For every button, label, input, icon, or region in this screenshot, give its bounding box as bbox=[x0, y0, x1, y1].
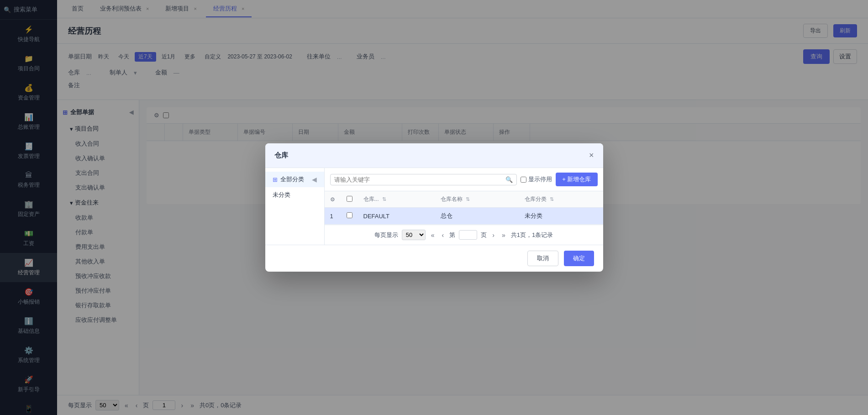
modal-toolbar: 🔍 显示停用 + 新增仓库 bbox=[325, 168, 603, 191]
sort-icon-category: ⇅ bbox=[550, 196, 554, 202]
modal-col-name[interactable]: 仓库名称 ⇅ bbox=[435, 191, 519, 208]
modal-col-code[interactable]: 仓库... ⇅ bbox=[358, 191, 436, 208]
modal-table-row[interactable]: 1 DEFAULT 总仓 未分类 bbox=[325, 208, 603, 225]
row-check[interactable] bbox=[347, 212, 352, 218]
modal-page-input[interactable]: 1 bbox=[459, 230, 477, 240]
modal-code-label: 仓库... bbox=[363, 196, 379, 202]
modal-search-input[interactable] bbox=[334, 176, 504, 183]
modal-first-btn[interactable]: « bbox=[429, 231, 437, 240]
modal-col-checkbox bbox=[341, 191, 358, 208]
modal-prev-btn[interactable]: ‹ bbox=[440, 231, 446, 240]
show-disabled-label: 显示停用 bbox=[521, 175, 552, 184]
modal-pagination: 每页显示 50 100 « ‹ 第 1 页 › » 共1页，1条记录 bbox=[325, 225, 603, 245]
modal-select-all[interactable] bbox=[347, 196, 352, 202]
sort-icon-code: ⇅ bbox=[382, 196, 386, 202]
row-checkbox[interactable] bbox=[341, 208, 358, 225]
row-settings: 1 bbox=[325, 208, 341, 225]
row-category: 未分类 bbox=[519, 208, 603, 225]
modal-per-page-label: 每页显示 bbox=[374, 231, 398, 239]
modal-category-label: 仓库分类 bbox=[525, 196, 547, 202]
modal-left-panel: ⊞ 全部分类 ◀ 未分类 bbox=[265, 168, 325, 245]
grid-icon2: ⊞ bbox=[273, 176, 278, 183]
uncategorized-label: 未分类 bbox=[273, 191, 290, 199]
all-category-label: 全部分类 bbox=[280, 175, 304, 184]
modal-name-label: 仓库名称 bbox=[441, 196, 463, 202]
modal-col-category[interactable]: 仓库分类 ⇅ bbox=[519, 191, 603, 208]
modal-total-text: 共1页，1条记录 bbox=[511, 231, 553, 239]
warehouse-modal: 仓库 × ⊞ 全部分类 ◀ 未分类 bbox=[265, 143, 603, 272]
row-name: 总仓 bbox=[435, 208, 519, 225]
collapse-button[interactable]: ◀ bbox=[312, 176, 317, 183]
modal-per-page-select[interactable]: 50 100 bbox=[402, 230, 426, 240]
modal-close-button[interactable]: × bbox=[589, 151, 594, 160]
modal-overlay: 仓库 × ⊞ 全部分类 ◀ 未分类 bbox=[0, 0, 868, 415]
search-icon2[interactable]: 🔍 bbox=[505, 176, 513, 183]
modal-search-box[interactable]: 🔍 bbox=[330, 174, 517, 185]
show-disabled-checkbox[interactable] bbox=[521, 177, 526, 183]
modal-next-btn[interactable]: › bbox=[490, 231, 496, 240]
modal-header: 仓库 × bbox=[265, 143, 603, 168]
show-disabled-text: 显示停用 bbox=[528, 175, 552, 184]
modal-last-btn[interactable]: » bbox=[500, 231, 507, 240]
modal-body: ⊞ 全部分类 ◀ 未分类 🔍 显示停用 bbox=[265, 168, 603, 245]
modal-col-settings[interactable]: ⚙ bbox=[325, 191, 341, 208]
modal-uncategorized[interactable]: 未分类 bbox=[265, 187, 324, 203]
modal-table: ⚙ 仓库... ⇅ 仓库名称 ⇅ bbox=[325, 191, 603, 225]
cancel-button[interactable]: 取消 bbox=[527, 251, 558, 266]
modal-all-category[interactable]: ⊞ 全部分类 ◀ bbox=[265, 172, 324, 187]
modal-page-suffix: 页 bbox=[481, 231, 487, 239]
modal-footer: 取消 确定 bbox=[265, 245, 603, 272]
confirm-button[interactable]: 确定 bbox=[564, 251, 594, 266]
add-warehouse-button[interactable]: + 新增仓库 bbox=[556, 173, 597, 186]
sort-icon-name: ⇅ bbox=[466, 196, 470, 202]
row-code: DEFAULT bbox=[358, 208, 436, 225]
modal-right-panel: 🔍 显示停用 + 新增仓库 ⚙ bbox=[325, 168, 603, 245]
modal-page-label: 第 bbox=[449, 231, 455, 239]
modal-title: 仓库 bbox=[274, 151, 288, 160]
